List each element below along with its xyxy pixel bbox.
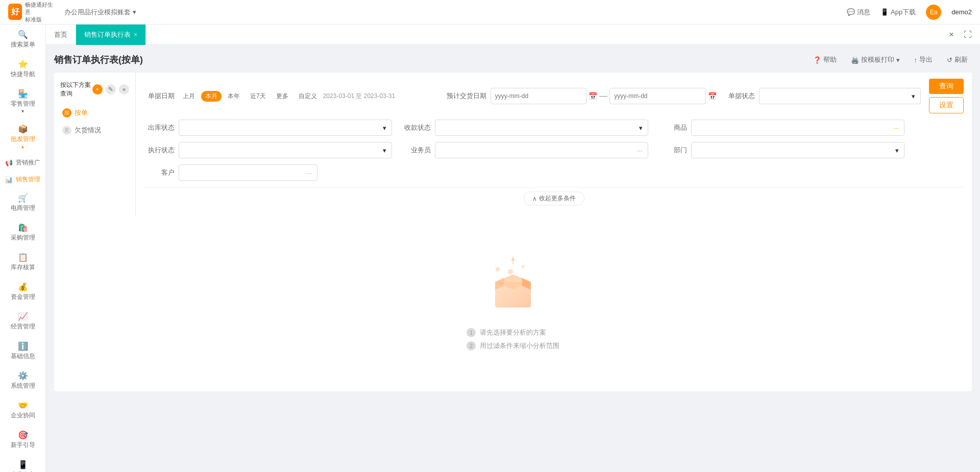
out-status-label: 出库状态	[144, 123, 175, 132]
sidebar-item-basic[interactable]: ℹ️ 基础信息	[0, 336, 45, 366]
salesman-dots[interactable]: ···	[637, 147, 643, 154]
sidebar-item-finance[interactable]: 💰 资金管理	[0, 277, 45, 306]
date-btn-lastmonth[interactable]: 上月	[179, 91, 199, 102]
sidebar-item-purchase[interactable]: 🛍️ 采购管理	[0, 218, 45, 247]
tab-home[interactable]: 首页	[46, 25, 76, 45]
filter-field-expected-date: 预计交货日期 📅 — 📅	[447, 88, 717, 104]
date-btn-thisyear[interactable]: 本年	[224, 91, 244, 102]
filter-nav-qukuan-label: 欠货情况	[75, 126, 101, 135]
out-status-select[interactable]: ▾	[179, 120, 392, 136]
sidebar-item-newbie[interactable]: 🎯 新手引导	[0, 425, 45, 455]
date-calendar-icon-start[interactable]: 📅	[589, 92, 597, 100]
sidebar-sub-item-sales[interactable]: 📊 销售管理	[0, 171, 45, 188]
collapse-more-btn[interactable]: ∧ 收起更多条件	[524, 192, 584, 205]
receipt-status-arrow: ▾	[639, 124, 643, 132]
breadcrumb-select[interactable]: 办公用品行业模拟账套 ▾	[64, 8, 136, 17]
date-btn-thismonth[interactable]: 本月	[201, 91, 222, 102]
window-close-btn[interactable]: ×	[945, 29, 958, 41]
tab-close-icon[interactable]: ×	[134, 31, 137, 38]
sidebar-item-label-basic: 基础信息	[11, 352, 35, 361]
collapse-bar: ∧ 收起更多条件	[144, 187, 964, 209]
date-range-text: 2023-03-01 至 2023-03-31	[323, 92, 395, 101]
date-calendar-icon-end[interactable]: 📅	[708, 92, 717, 100]
customer-label: 客户	[144, 168, 175, 177]
filter-nav-anbi[interactable]: 按 按单	[54, 104, 135, 122]
date-btn-more[interactable]: 更多	[272, 91, 292, 102]
newbie-icon: 🎯	[18, 430, 28, 440]
sidebar-item-appstore[interactable]: 📱 应用中心	[0, 455, 45, 472]
settings-btn[interactable]: 设置	[929, 97, 964, 113]
date-sep: —	[599, 91, 607, 101]
sidebar-item-operation[interactable]: 📈 经营管理	[0, 306, 45, 336]
date-btn-custom[interactable]: 自定义	[295, 91, 321, 102]
refresh-label: 刷新	[954, 55, 968, 64]
goods-select[interactable]: ···	[691, 120, 904, 136]
retail-arrow: ▾	[21, 108, 24, 114]
doc-status-label: 单据状态	[724, 91, 755, 101]
help-btn[interactable]: ❓ 帮助	[809, 53, 841, 66]
dept-select[interactable]: ▾	[691, 142, 904, 158]
breadcrumb-text: 办公用品行业模拟账套	[64, 8, 131, 17]
tab-active[interactable]: 销售订单执行表 ×	[76, 25, 146, 45]
filter-nav-qukuan[interactable]: 欠 欠货情况	[54, 122, 135, 139]
sidebar-item-ecommerce[interactable]: 🛒 电商管理	[0, 188, 45, 218]
salesman-select[interactable]: ···	[435, 142, 648, 158]
date-btn-7days[interactable]: 近7天	[246, 91, 270, 102]
tip-num-1: 1	[467, 328, 476, 337]
message-btn[interactable]: 💬 消息	[847, 8, 870, 17]
sidebar-item-retail[interactable]: 🏪 零售管理 ▾	[0, 84, 45, 119]
sidebar-item-label-operation: 经营管理	[11, 322, 35, 331]
sidebar-item-system[interactable]: ⚙️ 系统管理	[0, 366, 45, 395]
expected-date-start[interactable]	[491, 88, 586, 104]
sidebar-item-label-search: 搜索菜单	[11, 40, 35, 49]
sidebar-sub-item-promo[interactable]: 📢 营销推广	[0, 154, 45, 171]
sidebar-sub-label-promo: 营销推广	[16, 158, 40, 167]
main-content: 首页 销售订单执行表 × × ⛶ 销售订单执行表(按单)	[46, 25, 980, 472]
expected-date-end[interactable]	[609, 88, 705, 104]
avatar-text: Ea	[930, 9, 938, 16]
doc-status-select[interactable]: ▾	[759, 88, 921, 104]
print-btn[interactable]: 🖨️ 按模板打印 ▾	[847, 53, 904, 66]
sidebar-item-enterprise[interactable]: 🤝 企业协同	[0, 395, 45, 425]
query-btn[interactable]: 查询	[929, 79, 964, 94]
filter-field-dept: 部门 ▾	[656, 142, 904, 158]
filter-collapse-btn[interactable]: «	[119, 84, 129, 95]
goods-dots[interactable]: ···	[893, 124, 899, 132]
filter-edit-icon: ✎	[108, 86, 113, 93]
wholesale-icon: 📦	[18, 124, 28, 134]
app-download-btn[interactable]: 📱 App下载	[880, 8, 916, 17]
sidebar-item-search[interactable]: 🔍 搜索菜单	[0, 25, 45, 54]
filter-add-btn[interactable]: +	[92, 84, 103, 95]
page-body: 销售订单执行表(按单) ❓ 帮助 🖨️ 按模板打印 ▾ ↑ 导出	[46, 45, 980, 472]
customer-select[interactable]: ···	[179, 164, 317, 181]
refresh-icon: ↺	[947, 56, 952, 64]
filter-edit-btn[interactable]: ✎	[106, 84, 116, 95]
export-btn[interactable]: ↑ 导出	[910, 53, 937, 66]
sidebar-item-wholesale[interactable]: 📦 批发管理 ▴	[0, 119, 45, 154]
customer-dots[interactable]: ···	[306, 169, 312, 177]
sidebar-item-inventory[interactable]: 📋 库存核算	[0, 247, 45, 277]
app-layout: 🔍 搜索菜单 ⭐ 快捷导航 🏪 零售管理 ▾ 📦 批发管理 ▴ 📢 营销推广 📊…	[0, 25, 980, 472]
page-title: 销售订单执行表(按单)	[54, 54, 143, 66]
receipt-status-select[interactable]: ▾	[435, 120, 648, 136]
exec-status-select[interactable]: ▾	[179, 142, 392, 158]
print-label: 按模板打印	[861, 55, 894, 64]
finance-icon: 💰	[18, 282, 28, 292]
app-logo-text: 畅捷通好生意 标准版	[25, 1, 54, 23]
refresh-btn[interactable]: ↺ 刷新	[943, 53, 972, 66]
filter-right: 单据日期 上月 本月 本年 近7天 更多 自定义 20	[136, 73, 972, 216]
filter-nav-anbi-dot: 按	[62, 108, 71, 117]
avatar[interactable]: Ea	[926, 5, 941, 20]
dept-arrow: ▾	[895, 147, 899, 154]
filter-row-1: 单据日期 上月 本月 本年 近7天 更多 自定义 20	[144, 79, 964, 113]
filter-nav-qukuan-dot: 欠	[62, 126, 71, 135]
window-maximize-btn[interactable]: ⛶	[962, 29, 974, 41]
sidebar-item-label-enterprise: 企业协同	[11, 411, 35, 420]
top-header: 好 畅捷通好生意 标准版 办公用品行业模拟账套 ▾ 💬 消息 📱 App下载 E…	[0, 0, 980, 25]
doc-status-arrow: ▾	[912, 92, 915, 100]
sidebar: 🔍 搜索菜单 ⭐ 快捷导航 🏪 零售管理 ▾ 📦 批发管理 ▴ 📢 营销推广 📊…	[0, 25, 46, 472]
empty-tip-1: 1 请先选择要分析的方案	[467, 328, 559, 337]
sales-icon: 📊	[5, 176, 13, 183]
sidebar-item-quick-nav[interactable]: ⭐ 快捷导航	[0, 54, 45, 84]
filter-row-2: 出库状态 ▾ 收款状态 ▾	[144, 120, 964, 136]
